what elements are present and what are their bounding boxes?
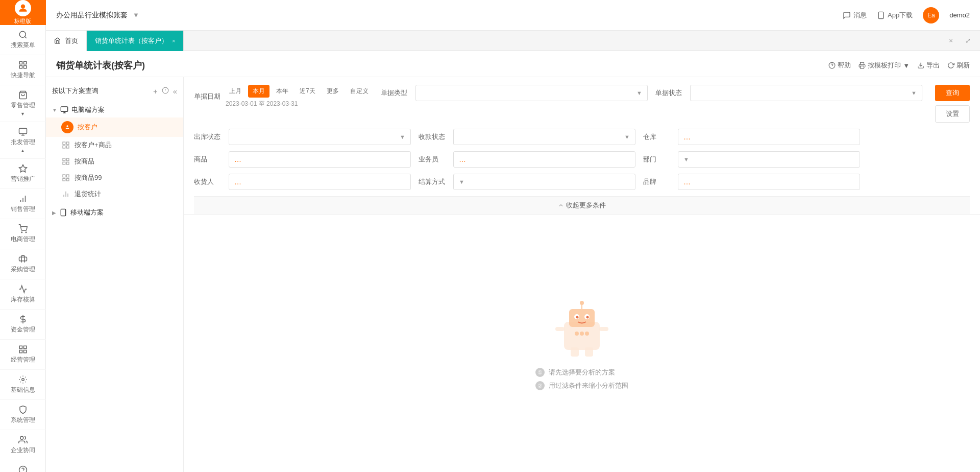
receipt-status-input[interactable]: ▼ xyxy=(453,129,635,145)
sidebar-item-sales[interactable]: 销售管理 xyxy=(0,189,46,219)
sidebar-item-enterprise[interactable]: 企业协同 xyxy=(0,430,46,460)
settings-button[interactable]: 设置 xyxy=(935,105,970,123)
tab-close-button[interactable]: × xyxy=(944,34,958,48)
refresh-button[interactable]: 刷新 xyxy=(947,61,970,70)
consignee-input[interactable]: … xyxy=(229,174,411,190)
sidebar-item-inventory[interactable]: 库存核算 xyxy=(0,279,46,310)
svg-rect-15 xyxy=(23,346,26,348)
svg-rect-46 xyxy=(66,158,69,161)
sidebar-item-ops[interactable]: 经营管理 xyxy=(0,340,46,370)
out-status-input[interactable]: ▼ xyxy=(229,129,411,145)
filter-row-3: 商品 … 业务员 … 部门 ▼ xyxy=(194,151,970,168)
sidebar-item-finance[interactable]: 资金管理 xyxy=(0,310,46,340)
doc-type-dropdown-icon: ▼ xyxy=(636,90,642,96)
date-btn-last-month[interactable]: 上月 xyxy=(225,85,246,98)
empty-state-tips: ① 请先选择要分析的方案 ② 用过滤条件来缩小分析范围 xyxy=(535,368,628,390)
tab-sales-stats-label: 销货单统计表（按客户） xyxy=(95,36,168,45)
svg-point-71 xyxy=(580,332,584,336)
warehouse-input[interactable]: … xyxy=(678,129,860,145)
sidebar-item-search[interactable]: 搜索菜单 xyxy=(0,25,46,55)
scheme-edit-icon[interactable] xyxy=(162,87,169,96)
brand-input[interactable]: … xyxy=(678,174,860,190)
doc-type-input[interactable]: ▼ xyxy=(415,85,648,101)
sidebar-item-ecommerce[interactable]: 电商管理 xyxy=(0,219,46,249)
doc-type-label: 单据类型 xyxy=(381,88,411,98)
scheme-panel: 按以下方案查询 + « ▼ 电脑端方案 xyxy=(46,77,184,472)
scheme-group-desktop-header[interactable]: ▼ 电脑端方案 xyxy=(46,102,183,117)
date-range-text: 2023-03-01 至 2023-03-31 xyxy=(225,100,373,108)
topbar-right: 消息 App下载 Ea demo2 xyxy=(843,7,970,23)
svg-point-19 xyxy=(20,436,23,439)
main-content: 销货单统计表(按客户) 帮助 按模板打印 ▼ 导出 刷新 xyxy=(46,51,980,472)
date-btn-more[interactable]: 更多 xyxy=(322,85,344,98)
tab-close-icon[interactable]: × xyxy=(172,38,175,44)
scheme-item-box99-icon xyxy=(61,173,70,182)
message-button[interactable]: 消息 xyxy=(843,11,867,20)
sidebar-item-newbie[interactable]: 新手引导 xyxy=(0,460,46,472)
content-body: 按以下方案查询 + « ▼ 电脑端方案 xyxy=(46,77,980,472)
date-btn-custom[interactable]: 自定义 xyxy=(346,85,373,98)
doc-status-input[interactable]: ▼ xyxy=(690,85,922,101)
date-btn-this-month[interactable]: 本月 xyxy=(248,85,270,98)
export-button[interactable]: 导出 xyxy=(917,61,940,70)
tab-sales-stats[interactable]: 销货单统计表（按客户） × xyxy=(87,31,184,51)
svg-rect-4 xyxy=(19,128,27,134)
date-btn-this-year[interactable]: 本年 xyxy=(272,85,293,98)
sidebar-item-wholesale[interactable]: 批发管理 ▲ xyxy=(0,122,46,159)
staff-input[interactable]: … xyxy=(453,151,635,168)
svg-rect-50 xyxy=(66,175,69,177)
user-avatar[interactable]: Ea xyxy=(923,7,939,23)
print-button[interactable]: 按模板打印 ▼ xyxy=(859,61,910,70)
scheme-group-mobile-header[interactable]: ▶ 移动端方案 xyxy=(46,205,183,220)
sidebar-item-marketing[interactable]: 营销推广 xyxy=(0,159,46,189)
topbar-dropdown-icon[interactable]: ▼ xyxy=(133,11,139,19)
scheme-add-icon[interactable]: + xyxy=(153,87,158,96)
scheme-item-customer-product[interactable]: 按客户+商品 xyxy=(46,137,183,153)
tab-maximize-button[interactable]: ⤢ xyxy=(961,34,975,48)
topbar-left: 办公用品行业模拟账套 ▼ xyxy=(56,11,139,20)
logo-text: 标橙版 xyxy=(14,17,31,25)
filter-consignee: 收货人 … xyxy=(194,174,411,190)
filter-payment: 结算方式 ▼ xyxy=(419,174,635,190)
payment-input[interactable]: ▼ xyxy=(453,174,635,190)
scheme-item-product-99[interactable]: 按商品99 xyxy=(46,170,183,186)
scheme-header: 按以下方案查询 + « xyxy=(46,82,183,100)
collapse-bar[interactable]: 收起更多条件 xyxy=(194,196,970,214)
payment-dropdown-icon: ▼ xyxy=(459,179,464,185)
sidebar-item-system[interactable]: 系统管理 xyxy=(0,400,46,430)
page-header: 销货单统计表(按客户) 帮助 按模板打印 ▼ 导出 刷新 xyxy=(46,51,980,77)
scheme-item-by-customer[interactable]: 按客户 xyxy=(46,117,183,137)
empty-state-tip-2: ② 用过滤条件来缩小分析范围 xyxy=(535,381,628,390)
action-buttons: 查询 设置 xyxy=(935,85,970,123)
scheme-group-mobile: ▶ 移动端方案 xyxy=(46,205,183,220)
date-btn-last-7[interactable]: 近7天 xyxy=(295,85,320,98)
filter-receipt-status: 收款状态 ▼ xyxy=(419,129,635,145)
sidebar-item-nav[interactable]: 快捷导航 xyxy=(0,55,46,85)
svg-point-11 xyxy=(21,232,22,233)
app-download-button[interactable]: App下载 xyxy=(877,11,913,20)
svg-rect-34 xyxy=(861,66,864,68)
payment-label: 结算方式 xyxy=(419,177,449,186)
svg-rect-17 xyxy=(19,350,22,353)
right-panel: 单据日期 上月 本月 本年 近7天 更多 自定义 2023-03-01 至 20… xyxy=(184,77,980,472)
query-button[interactable]: 查询 xyxy=(935,85,970,101)
dept-label: 部门 xyxy=(643,155,674,164)
scheme-item-product[interactable]: 按商品 xyxy=(46,153,183,170)
logo[interactable]: 标橙版 xyxy=(0,0,46,25)
scheme-collapse-icon[interactable]: « xyxy=(173,87,177,96)
sidebar-item-purchase[interactable]: 采购管理 xyxy=(0,249,46,279)
help-button[interactable]: 帮助 xyxy=(828,61,851,70)
dept-dropdown-icon: ▼ xyxy=(683,156,689,162)
out-status-dropdown-icon: ▼ xyxy=(400,134,405,140)
date-label: 单据日期 xyxy=(194,92,220,101)
tab-home[interactable]: 首页 xyxy=(46,31,87,51)
dept-input[interactable]: ▼ xyxy=(678,151,860,168)
sidebar-item-base[interactable]: 基础信息 xyxy=(0,370,46,400)
sidebar-item-retail[interactable]: 零售管理 ▼ xyxy=(0,85,46,122)
scheme-header-actions: + « xyxy=(153,87,177,96)
scheme-item-returns[interactable]: 退货统计 xyxy=(46,186,183,202)
product-input[interactable]: … xyxy=(229,151,411,168)
filter-doc-status: 单据状态 ▼ xyxy=(655,85,922,101)
filter-staff: 业务员 … xyxy=(419,151,635,168)
scheme-group-expand-icon: ▼ xyxy=(52,107,57,113)
